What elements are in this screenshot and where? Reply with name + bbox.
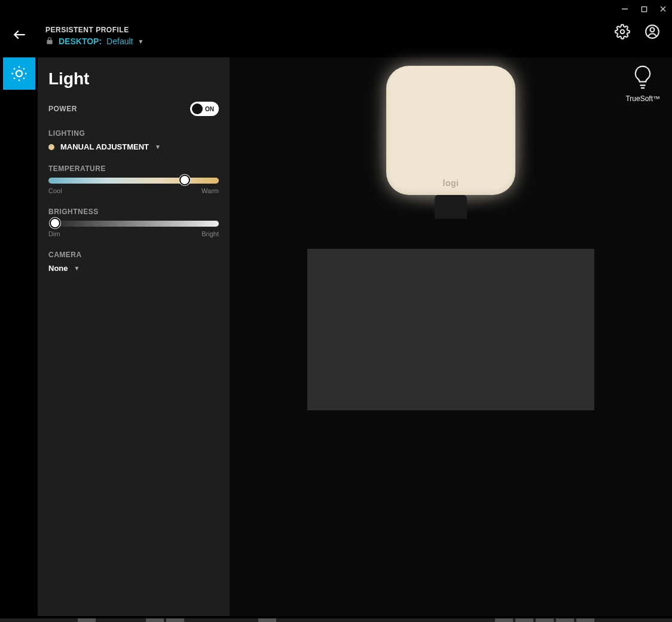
- device-image: logi: [385, 61, 517, 217]
- svg-line-16: [23, 68, 25, 69]
- svg-rect-1: [642, 7, 646, 11]
- toggle-state: ON: [205, 106, 214, 112]
- settings-button[interactable]: [615, 24, 630, 39]
- profile-selector[interactable]: DESKTOP: Default ▼: [45, 36, 143, 47]
- svg-point-8: [16, 71, 22, 77]
- chevron-down-icon: ▼: [138, 38, 143, 45]
- brightness-slider[interactable]: [48, 221, 219, 227]
- toggle-knob: [192, 103, 203, 114]
- bulb-icon: [632, 63, 653, 91]
- account-button[interactable]: [644, 24, 660, 39]
- temperature-max-label: Warm: [201, 187, 219, 194]
- temperature-slider[interactable]: [48, 178, 219, 184]
- light-tab[interactable]: [3, 57, 35, 90]
- preview-area: TrueSoft™ logi: [230, 57, 672, 616]
- svg-point-7: [650, 28, 655, 32]
- mode-color-dot: [48, 144, 54, 150]
- svg-line-11: [14, 68, 15, 69]
- device-brand: logi: [443, 178, 459, 188]
- brightness-min-label: Dim: [48, 230, 60, 237]
- back-button[interactable]: [12, 27, 28, 45]
- svg-point-5: [621, 30, 625, 34]
- lighting-mode-dropdown[interactable]: MANUAL ADJUSTMENT ▼: [48, 142, 219, 151]
- camera-dropdown[interactable]: None ▼: [48, 264, 219, 273]
- profile-label: PERSISTENT PROFILE: [45, 26, 143, 34]
- maximize-button[interactable]: [640, 5, 648, 13]
- svg-line-15: [14, 78, 15, 79]
- brightness-max-label: Bright: [201, 230, 219, 237]
- truesoft-badge: TrueSoft™: [625, 63, 660, 103]
- panel-title: Light: [48, 69, 219, 89]
- taskbar: [0, 618, 672, 622]
- chevron-down-icon: ▼: [155, 144, 161, 150]
- lock-icon: [45, 36, 54, 47]
- lighting-mode-value: MANUAL ADJUSTMENT: [60, 142, 149, 151]
- power-toggle[interactable]: ON: [190, 102, 219, 116]
- svg-line-12: [23, 78, 25, 79]
- camera-selected: None: [48, 264, 68, 273]
- truesoft-label: TrueSoft™: [625, 94, 660, 103]
- slider-thumb[interactable]: [50, 218, 60, 228]
- close-button[interactable]: [659, 5, 667, 13]
- brightness-label: BRIGHTNESS: [48, 208, 219, 216]
- temperature-label: TEMPERATURE: [48, 164, 219, 173]
- chevron-down-icon: ▼: [74, 265, 80, 272]
- camera-preview: [307, 249, 594, 410]
- profile-scope: DESKTOP:: [59, 36, 102, 46]
- light-panel: Light POWER ON LIGHTING MANUAL ADJUSTMEN…: [38, 57, 230, 616]
- slider-thumb[interactable]: [179, 175, 190, 185]
- minimize-button[interactable]: [621, 5, 629, 13]
- power-label: POWER: [48, 105, 77, 113]
- temperature-min-label: Cool: [48, 187, 62, 194]
- profile-name: Default: [106, 36, 133, 46]
- camera-label: CAMERA: [48, 251, 219, 259]
- lighting-label: LIGHTING: [48, 129, 219, 138]
